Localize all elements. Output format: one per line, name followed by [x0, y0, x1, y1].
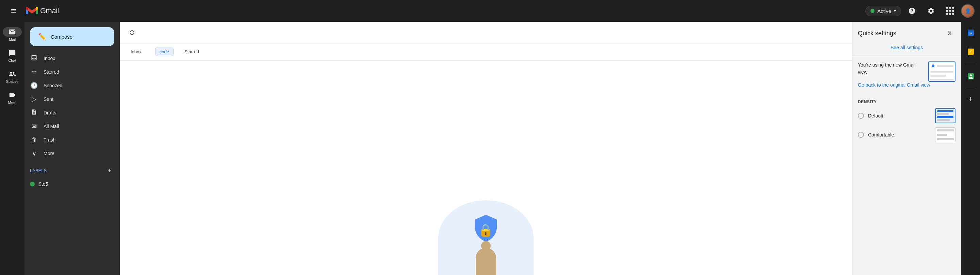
sidebar-item-mail[interactable]: Mail [0, 24, 24, 44]
active-status-button[interactable]: Active ▾ [865, 6, 901, 16]
all-mail-nav-label: All Mail [43, 123, 59, 129]
sidebar-item-meet[interactable]: Meet [0, 88, 24, 107]
chat-icon [3, 48, 22, 58]
active-chevron-icon: ▾ [894, 8, 896, 13]
density-section: DENSITY Default Comfortable [853, 94, 961, 152]
active-status-dot [870, 9, 875, 13]
quick-settings-title: Quick settings [858, 30, 896, 37]
code-tag-button[interactable]: code [155, 47, 173, 56]
density-default-label: Default [868, 113, 883, 119]
meet-icon [3, 90, 22, 100]
quick-settings-header: Quick settings ✕ [853, 22, 961, 42]
spaces-icon [3, 69, 22, 79]
svg-text:🔒: 🔒 [479, 223, 494, 237]
density-comfortable-label: Comfortable [868, 132, 894, 138]
menu-button[interactable] [5, 3, 22, 19]
topbar-left: Gmail [5, 3, 59, 19]
avatar[interactable]: 👤 [961, 4, 975, 17]
nav-item-snoozed[interactable]: 🕐 Snoozed [24, 79, 115, 92]
gmail-logo: Gmail [26, 5, 59, 17]
nav-item-trash[interactable]: 🗑 Trash [24, 133, 115, 147]
density-row-comfortable: Comfortable [858, 127, 956, 142]
right-panel-divider [966, 64, 976, 64]
tasks-app-icon[interactable]: ✓ [963, 43, 979, 60]
starred-nav-label: Starred [43, 69, 59, 75]
topbar: Gmail Active ▾ 👤 [0, 0, 980, 22]
nav-item-all-mail[interactable]: ✉ All Mail [24, 120, 115, 133]
nav-item-inbox[interactable]: Inbox [24, 52, 115, 65]
apps-grid-icon [946, 7, 954, 15]
sent-icon: ▷ [30, 95, 38, 103]
nav-item-drafts[interactable]: Drafts [24, 106, 115, 120]
label-item-9to5[interactable]: 9to5 [24, 178, 120, 190]
see-all-settings-button[interactable]: See all settings [891, 45, 923, 50]
nav-item-starred[interactable]: ☆ Starred [24, 65, 115, 79]
svg-text:31: 31 [969, 32, 972, 35]
label-name: 9to5 [39, 181, 48, 187]
density-default-preview [935, 108, 956, 123]
trash-nav-label: Trash [43, 137, 56, 142]
sent-nav-label: Sent [43, 96, 53, 102]
active-status-label: Active [877, 8, 891, 14]
tab-inbox-label: Inbox [130, 49, 142, 54]
sidebar-icons: Mail Chat Spaces Meet [0, 22, 24, 275]
sidebar-item-chat[interactable]: Chat [0, 46, 24, 65]
drafts-nav-label: Drafts [43, 110, 56, 115]
tab-code[interactable]: code [147, 43, 179, 61]
get-addons-button[interactable]: + [965, 93, 977, 105]
tab-inbox[interactable]: Inbox [125, 43, 147, 61]
density-comfortable-preview [935, 127, 956, 142]
quick-settings-close-button[interactable]: ✕ [943, 27, 956, 40]
empty-illustration: 🔒 [431, 180, 540, 275]
density-radio-comfortable[interactable] [858, 132, 864, 138]
tab-starred-label: Starred [185, 49, 199, 54]
compose-pencil-icon: ✏️ [38, 33, 47, 41]
label-color-dot [30, 182, 35, 186]
density-option-default[interactable]: Default [858, 113, 883, 119]
person-figures [476, 248, 496, 275]
quick-settings-panel: Quick settings ✕ See all settings You're… [852, 22, 961, 275]
nav-item-sent[interactable]: ▷ Sent [24, 92, 115, 106]
inbox-tabs: Inbox code Starred [120, 43, 852, 61]
labels-header: LABELS + [24, 163, 120, 178]
density-option-comfortable[interactable]: Comfortable [858, 132, 894, 138]
see-all-settings-row: See all settings [853, 42, 961, 56]
gmail-wordmark: Gmail [40, 6, 59, 15]
starred-icon: ☆ [30, 68, 38, 76]
density-row-default: Default [858, 108, 956, 123]
view-section-content: You're using the new Gmail view Go back … [858, 62, 956, 89]
meet-label: Meet [8, 101, 16, 104]
compose-button[interactable]: ✏️ Compose [30, 27, 115, 46]
calendar-app-icon[interactable]: 31 [963, 24, 979, 41]
more-icon: ∨ [30, 150, 38, 157]
svg-text:✓: ✓ [969, 49, 973, 54]
svg-point-7 [970, 74, 972, 76]
add-label-button[interactable]: + [105, 166, 115, 175]
contacts-app-icon[interactable] [963, 68, 979, 85]
content-area: Inbox code Starred 🔒 [120, 22, 852, 275]
trash-icon: 🗑 [30, 136, 38, 144]
help-button[interactable] [904, 3, 920, 19]
apps-button[interactable] [942, 3, 958, 19]
mail-label: Mail [9, 37, 16, 41]
inbox-icon [30, 54, 38, 63]
refresh-button[interactable] [125, 26, 139, 40]
right-panel-divider-2 [966, 89, 976, 89]
spaces-label: Spaces [6, 79, 19, 84]
inbox-nav-label: Inbox [43, 56, 55, 61]
view-section: You're using the new Gmail view Go back … [853, 56, 961, 94]
labels-title: LABELS [30, 168, 47, 173]
right-panel-icons: 31 ✓ + [961, 22, 980, 275]
compose-label: Compose [51, 34, 73, 40]
nav-item-more[interactable]: ∨ More [24, 147, 115, 160]
sidebar-item-spaces[interactable]: Spaces [0, 66, 24, 86]
go-back-original-link[interactable]: Go back to the original Gmail view [858, 82, 930, 88]
snoozed-nav-label: Snoozed [43, 83, 62, 88]
nav-drawer: ✏️ Compose Inbox ☆ Starred 🕐 Snoozed ▷ S… [24, 22, 120, 275]
density-radio-default[interactable] [858, 113, 864, 119]
more-nav-label: More [43, 151, 54, 156]
svg-rect-2 [968, 30, 974, 32]
tab-starred[interactable]: Starred [179, 43, 205, 61]
settings-button[interactable] [923, 3, 939, 19]
density-label: DENSITY [858, 100, 956, 104]
